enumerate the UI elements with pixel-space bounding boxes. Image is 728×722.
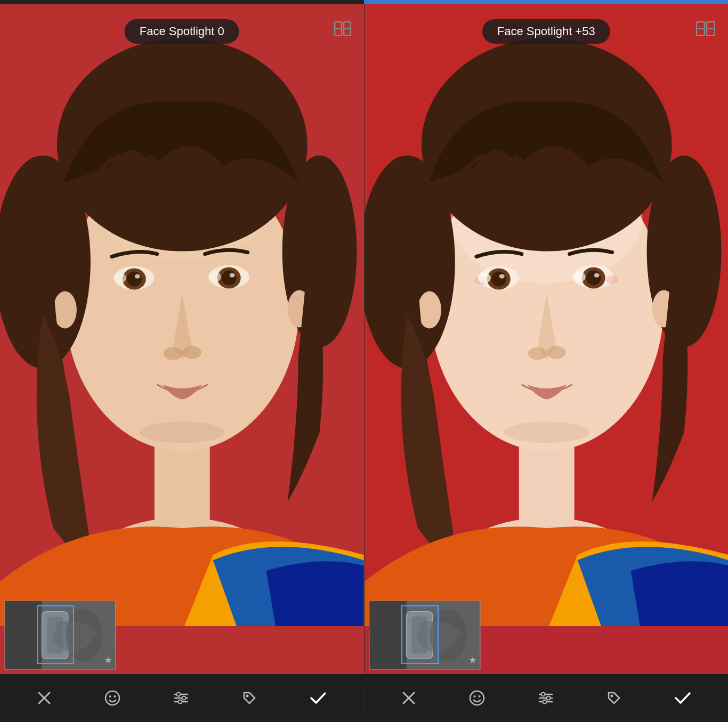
left-thumbnail-strip[interactable]: ★ (4, 601, 116, 670)
left-compare-icon[interactable] (334, 21, 351, 40)
svg-point-82 (470, 691, 484, 705)
svg-point-18 (208, 272, 221, 282)
svg-point-21 (140, 421, 225, 443)
right-confirm-button[interactable] (670, 686, 695, 710)
svg-point-51 (594, 273, 599, 278)
left-sliders-button[interactable] (169, 686, 193, 710)
svg-point-16 (230, 273, 235, 278)
svg-point-89 (546, 696, 550, 700)
svg-point-83 (473, 695, 475, 697)
left-thumbnail-star: ★ (104, 654, 112, 666)
svg-point-76 (177, 693, 181, 696)
svg-point-46 (499, 274, 504, 279)
svg-point-12 (135, 274, 140, 279)
right-tag-button[interactable] (602, 686, 626, 710)
svg-point-55 (546, 346, 565, 359)
svg-point-90 (543, 700, 546, 704)
svg-point-57 (417, 291, 441, 329)
toolbar-right (365, 686, 729, 710)
svg-point-70 (106, 691, 119, 705)
svg-point-50 (586, 271, 601, 286)
right-compare-icon[interactable] (696, 21, 715, 40)
svg-point-53 (572, 272, 585, 282)
panels-row: Face Spotlight 0 (0, 4, 728, 674)
left-confirm-button[interactable] (305, 686, 331, 710)
svg-point-54 (528, 347, 547, 360)
right-thumbnail-star: ★ (468, 654, 477, 666)
face-left (0, 4, 364, 626)
right-label-pill: Face Spotlight +53 (482, 19, 610, 44)
svg-point-91 (610, 695, 613, 697)
left-cancel-button[interactable] (33, 686, 56, 710)
left-tag-button[interactable] (238, 686, 261, 710)
svg-point-77 (182, 696, 186, 700)
top-bar (0, 0, 728, 4)
svg-point-88 (541, 693, 545, 696)
right-thumbnail-strip[interactable]: ★ (369, 601, 481, 670)
right-label-text: Face Spotlight +53 (497, 25, 595, 38)
panel-right: Face Spotlight +53 (365, 4, 729, 674)
svg-point-15 (222, 271, 237, 286)
svg-point-72 (114, 695, 116, 697)
svg-point-71 (109, 695, 111, 697)
svg-point-84 (478, 695, 480, 697)
svg-point-45 (491, 272, 506, 287)
svg-point-11 (127, 272, 142, 287)
left-face-button[interactable] (100, 686, 125, 710)
bottom-toolbar (0, 674, 728, 722)
right-cancel-button[interactable] (397, 686, 420, 710)
main-container: Face Spotlight 0 (0, 0, 728, 722)
top-bar-left (0, 0, 364, 4)
face-right (365, 4, 729, 626)
svg-point-79 (246, 695, 249, 697)
top-bar-right (364, 0, 728, 4)
left-thumbnail-inner: ★ (5, 601, 116, 669)
right-face-button[interactable] (465, 686, 489, 710)
svg-point-56 (504, 421, 589, 443)
left-thumbnail-highlight (37, 605, 74, 664)
toolbar-left (0, 686, 364, 710)
right-sliders-button[interactable] (533, 686, 558, 710)
svg-point-20 (182, 346, 201, 359)
left-label-text: Face Spotlight 0 (140, 25, 224, 38)
svg-point-52 (478, 273, 490, 283)
svg-point-48 (605, 275, 618, 284)
panel-left: Face Spotlight 0 (0, 4, 365, 674)
svg-point-78 (179, 700, 182, 704)
svg-point-22 (53, 291, 77, 329)
right-thumbnail-inner: ★ (369, 601, 480, 669)
left-label-pill: Face Spotlight 0 (125, 19, 239, 44)
right-thumbnail-highlight (401, 605, 439, 664)
svg-point-17 (114, 273, 126, 283)
svg-point-19 (164, 347, 183, 360)
